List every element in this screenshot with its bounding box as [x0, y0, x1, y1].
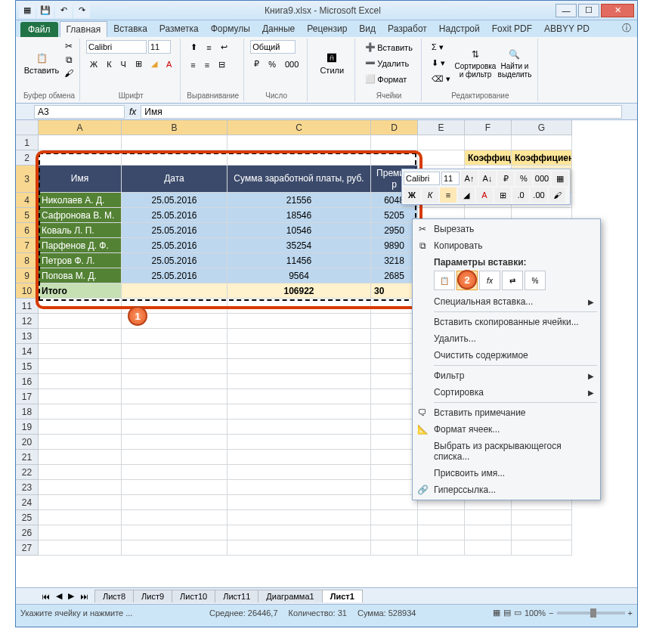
cell[interactable] [371, 540, 418, 556]
file-tab[interactable]: Файл [20, 22, 58, 37]
ctx-hyperlink[interactable]: 🔗Гиперссылка... [413, 481, 600, 498]
comma-button[interactable]: 000 [281, 57, 302, 71]
row-header-9[interactable]: 9 [16, 268, 39, 283]
cell[interactable] [227, 420, 371, 435]
mini-font-color[interactable]: A [476, 187, 493, 203]
sheet-tab-Лист11[interactable]: Лист11 [215, 590, 258, 602]
cell[interactable] [227, 389, 371, 404]
sheet-tab-Диаграмма1[interactable]: Диаграмма1 [258, 590, 322, 602]
mini-fill-color[interactable]: ◢ [458, 187, 475, 203]
bold-button[interactable]: Ж [86, 57, 101, 71]
align-top-button[interactable]: ⬆ [187, 40, 201, 54]
row-header-12[interactable]: 12 [16, 314, 39, 329]
name-box[interactable] [34, 105, 125, 119]
cell[interactable] [371, 135, 418, 150]
col-header-A[interactable]: A [39, 120, 122, 135]
percent-button[interactable]: % [265, 57, 280, 71]
row-header-20[interactable]: 20 [16, 435, 39, 450]
cell[interactable] [418, 135, 465, 150]
cell[interactable] [227, 480, 371, 495]
cell[interactable]: Сафронова В. М. [39, 208, 122, 223]
ctx-delete[interactable]: Удалить... [413, 330, 600, 347]
cell[interactable] [227, 465, 371, 480]
cell[interactable]: 18546 [227, 208, 371, 223]
mini-comma[interactable]: 000 [534, 171, 550, 186]
cell[interactable] [371, 344, 418, 359]
save-icon[interactable]: 💾 [37, 3, 54, 18]
cell[interactable] [39, 135, 122, 150]
cell[interactable] [371, 435, 418, 450]
cell[interactable]: Петров Ф. Л. [39, 253, 122, 268]
cell[interactable] [122, 435, 227, 450]
row-header-23[interactable]: 23 [16, 480, 39, 495]
cell[interactable]: Коэффициент [512, 150, 572, 166]
cell[interactable]: 25.05.2016 [122, 208, 227, 223]
cell[interactable]: 30 [371, 283, 418, 299]
ctx-cut[interactable]: ✂Вырезать [413, 221, 600, 237]
align-mid-button[interactable]: ≡ [203, 40, 215, 54]
cell[interactable] [227, 404, 371, 420]
cell[interactable] [122, 450, 227, 465]
cell[interactable]: 5205 [371, 208, 418, 223]
row-header-25[interactable]: 25 [16, 510, 39, 525]
cell[interactable] [39, 510, 122, 525]
col-header-F[interactable]: F [465, 120, 512, 135]
underline-button[interactable]: Ч [117, 57, 130, 71]
ctx-clear[interactable]: Очистить содержимое [413, 347, 600, 364]
font-name-combo[interactable] [86, 40, 147, 54]
mini-format-painter[interactable]: 🖌 [549, 187, 565, 203]
ctx-format-cells[interactable]: 📐Формат ячеек... [413, 421, 600, 438]
cell[interactable]: 25.05.2016 [122, 253, 227, 268]
paste-button[interactable]: 📋Вставить [23, 40, 60, 87]
ribbon-tab-Формулы[interactable]: Формулы [205, 21, 256, 37]
cell[interactable]: 25.05.2016 [122, 223, 227, 238]
col-header-D[interactable]: D [371, 120, 418, 135]
ctx-comment[interactable]: 🗨Вставить примечание [413, 404, 600, 421]
cell[interactable] [371, 510, 418, 525]
cell[interactable] [122, 150, 227, 166]
insert-cells-button[interactable]: ➕ Вставить [361, 40, 416, 54]
view-layout-icon[interactable]: ▤ [503, 608, 511, 618]
ribbon-tab-Надстрой[interactable]: Надстрой [433, 21, 486, 37]
copy-icon[interactable]: ⧉ [63, 54, 75, 66]
minimize-button[interactable]: — [556, 4, 577, 17]
mini-percent[interactable]: % [515, 171, 532, 186]
cell[interactable] [371, 299, 418, 314]
cell[interactable] [39, 525, 122, 540]
cell[interactable] [122, 420, 227, 435]
cell[interactable]: 9890 [371, 238, 418, 253]
row-header-16[interactable]: 16 [16, 374, 39, 389]
mini-grow-font[interactable]: A↑ [461, 171, 478, 186]
mini-currency[interactable]: ₽ [497, 171, 514, 186]
ctx-define-name[interactable]: Присвоить имя... [413, 465, 600, 481]
row-header-4[interactable]: 4 [16, 193, 39, 208]
row-header-26[interactable]: 26 [16, 525, 39, 540]
format-painter-icon[interactable]: 🖌 [63, 67, 75, 79]
sheet-nav-next[interactable]: ▶ [65, 591, 77, 601]
cell[interactable] [39, 374, 122, 389]
mini-bold[interactable]: Ж [404, 187, 420, 203]
fill-button[interactable]: ⬇ ▾ [428, 56, 454, 70]
cell[interactable] [371, 525, 418, 540]
cell[interactable]: 9564 [227, 268, 371, 283]
ribbon-tab-Вставка[interactable]: Вставка [107, 21, 153, 37]
excel-icon[interactable]: ▦ [19, 3, 36, 18]
mini-border[interactable]: ⊞ [494, 187, 511, 203]
cell[interactable] [39, 389, 122, 404]
row-header-3[interactable]: 3 [16, 166, 39, 193]
ribbon-tab-Вид[interactable]: Вид [353, 21, 382, 37]
paste-formatting[interactable]: % [525, 271, 546, 290]
border-button[interactable]: ⊞ [132, 57, 146, 71]
cell[interactable] [39, 480, 122, 495]
cell[interactable] [418, 540, 465, 556]
cell[interactable]: Дата [122, 166, 227, 193]
col-header-G[interactable]: G [512, 120, 572, 135]
cell[interactable]: 35254 [227, 238, 371, 253]
ribbon-tab-Рецензир[interactable]: Рецензир [301, 21, 353, 37]
row-header-7[interactable]: 7 [16, 238, 39, 253]
currency-button[interactable]: ₽ [250, 57, 263, 71]
merge-button[interactable]: ⊟ [215, 57, 229, 72]
cell[interactable]: Коэффициент [465, 150, 512, 166]
cell[interactable] [39, 420, 122, 435]
mini-shrink-font[interactable]: A↓ [479, 171, 496, 186]
